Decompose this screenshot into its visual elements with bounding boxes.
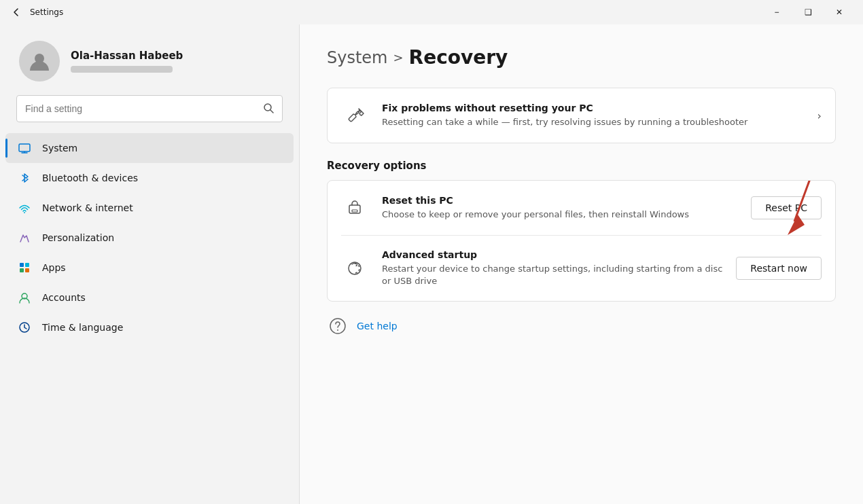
network-icon — [16, 200, 33, 216]
fix-problems-desc: Resetting can take a while — first, try … — [382, 116, 804, 128]
fix-problems-row: Fix problems without resetting your PC R… — [328, 88, 835, 143]
sidebar-item-system-label: System — [42, 143, 77, 154]
search-container — [0, 95, 299, 133]
sidebar-item-network-label: Network & internet — [42, 202, 133, 213]
window-controls: − ❑ ✕ — [761, 0, 855, 24]
advanced-startup-icon — [341, 255, 368, 282]
reset-pc-button[interactable]: Reset PC — [751, 196, 822, 219]
reset-pc-row: Reset this PC Choose to keep or remove y… — [328, 181, 835, 235]
breadcrumb-separator: > — [393, 50, 404, 65]
get-help-link[interactable]: Get help — [357, 321, 398, 331]
sidebar-item-bluetooth-label: Bluetooth & devices — [42, 173, 138, 183]
sidebar-item-time[interactable]: Time & language — [5, 312, 294, 342]
nav-list: System Bluetooth & devices — [0, 133, 299, 342]
sidebar: Ola-Hassan Habeeb — [0, 24, 299, 504]
minimize-button[interactable]: − — [761, 0, 792, 24]
apps-icon — [16, 259, 33, 276]
reset-pc-action: Reset PC — [751, 196, 822, 219]
accounts-icon — [16, 289, 33, 306]
reset-pc-title: Reset this PC — [382, 195, 737, 206]
advanced-startup-row: Advanced startup Restart your device to … — [328, 236, 835, 301]
main-content: System > Recovery Fix problems without r… — [300, 24, 863, 504]
sidebar-item-apps-label: Apps — [42, 262, 66, 273]
titlebar-left: Settings — [8, 4, 63, 20]
svg-line-2 — [270, 110, 273, 113]
bluetooth-icon — [16, 170, 33, 186]
user-profile: Ola-Hassan Habeeb — [0, 24, 299, 95]
breadcrumb-parent: System — [327, 48, 388, 67]
advanced-startup-desc: Restart your device to change startup se… — [382, 263, 722, 287]
sidebar-item-personalization-label: Personalization — [42, 232, 114, 243]
time-icon — [16, 319, 33, 336]
get-help-icon — [327, 315, 349, 337]
svg-point-6 — [24, 212, 25, 213]
sidebar-item-bluetooth[interactable]: Bluetooth & devices — [5, 163, 294, 193]
sidebar-item-personalization[interactable]: Personalization — [5, 223, 294, 253]
svg-point-19 — [337, 329, 338, 331]
app-container: Ola-Hassan Habeeb — [0, 24, 863, 504]
search-icon — [263, 103, 274, 115]
reset-pc-text: Reset this PC Choose to keep or remove y… — [382, 195, 737, 221]
sidebar-item-accounts-label: Accounts — [42, 292, 86, 303]
get-help-row: Get help — [327, 315, 836, 337]
close-button[interactable]: ✕ — [824, 0, 855, 24]
svg-rect-10 — [25, 268, 29, 272]
svg-rect-14 — [352, 210, 357, 212]
user-name: Ola-Hassan Habeeb — [71, 50, 183, 62]
fix-problems-chevron: › — [817, 109, 822, 122]
advanced-startup-title: Advanced startup — [382, 249, 722, 260]
system-icon — [16, 140, 33, 156]
sidebar-item-system[interactable]: System — [5, 133, 294, 163]
app-title: Settings — [30, 7, 63, 17]
fix-problems-card[interactable]: Fix problems without resetting your PC R… — [327, 88, 836, 143]
breadcrumb-current: Recovery — [409, 46, 508, 69]
advanced-startup-action: Restart now — [736, 257, 822, 280]
recovery-options-card: Reset this PC Choose to keep or remove y… — [327, 180, 836, 302]
sidebar-item-accounts[interactable]: Accounts — [5, 283, 294, 312]
fix-problems-text: Fix problems without resetting your PC R… — [382, 103, 804, 128]
search-input[interactable] — [25, 103, 258, 114]
fix-problems-title: Fix problems without resetting your PC — [382, 103, 804, 113]
recovery-options-title: Recovery options — [327, 160, 836, 172]
titlebar: Settings − ❑ ✕ — [0, 0, 863, 24]
restart-now-button[interactable]: Restart now — [736, 257, 822, 280]
reset-icon — [341, 194, 368, 221]
chevron-right-icon: › — [817, 109, 822, 122]
avatar — [19, 41, 60, 82]
advanced-startup-text: Advanced startup Restart your device to … — [382, 249, 722, 287]
personalization-icon — [16, 230, 33, 246]
maximize-button[interactable]: ❑ — [792, 0, 824, 24]
wrench-icon — [341, 102, 368, 129]
search-box — [16, 95, 283, 122]
reset-pc-desc: Choose to keep or remove your personal f… — [382, 209, 737, 221]
user-subtitle-bar — [71, 66, 173, 73]
sidebar-item-network[interactable]: Network & internet — [5, 193, 294, 223]
svg-rect-8 — [25, 263, 29, 267]
sidebar-item-apps[interactable]: Apps — [5, 253, 294, 283]
svg-rect-3 — [19, 144, 30, 151]
svg-rect-7 — [20, 263, 24, 267]
back-button[interactable] — [8, 4, 24, 20]
breadcrumb: System > Recovery — [327, 46, 836, 69]
svg-rect-9 — [20, 268, 24, 272]
user-info: Ola-Hassan Habeeb — [71, 50, 183, 73]
sidebar-item-time-label: Time & language — [42, 322, 123, 333]
